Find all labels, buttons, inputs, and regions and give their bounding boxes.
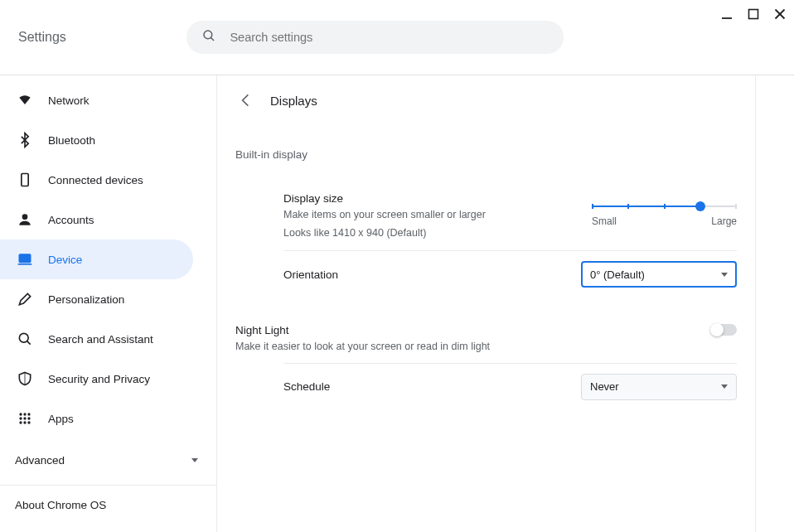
svg-rect-6 [22, 174, 28, 186]
sidebar-item-network[interactable]: Network [0, 80, 193, 120]
sidebar-item-bluetooth[interactable]: Bluetooth [0, 120, 193, 160]
page-title: Displays [270, 94, 317, 108]
search-input[interactable] [230, 31, 549, 44]
search-icon [201, 28, 216, 46]
svg-point-17 [27, 417, 30, 419]
svg-point-12 [19, 413, 22, 415]
sidebar-item-label: Search and Assistant [48, 333, 153, 346]
svg-point-15 [19, 417, 22, 419]
sidebar-item-personalization[interactable]: Personalization [0, 279, 193, 319]
display-size-subtitle: Make items on your screen smaller or lar… [283, 208, 592, 223]
sidebar-item-security[interactable]: Security and Privacy [0, 359, 193, 399]
display-size-resolution: Looks like 1410 x 940 (Default) [283, 226, 592, 241]
header: Settings [0, 0, 794, 75]
laptop-icon [17, 251, 33, 268]
sidebar-advanced[interactable]: Advanced [0, 440, 216, 480]
minimize-button[interactable] [719, 7, 734, 22]
chevron-down-icon [721, 273, 728, 277]
sidebar-item-label: Connected devices [48, 174, 143, 186]
svg-point-20 [27, 421, 30, 423]
pencil-icon [17, 291, 33, 307]
schedule-value: Never [590, 380, 619, 393]
orientation-dropdown[interactable]: 0° (Default) [581, 261, 737, 288]
sidebar-item-apps[interactable]: Apps [0, 399, 193, 438]
sidebar-item-label: Security and Privacy [48, 373, 150, 385]
wifi-icon [17, 92, 33, 109]
sidebar-item-label: Apps [48, 413, 74, 425]
content-area: Displays Built-in display Display size M… [217, 75, 756, 532]
orientation-title: Orientation [283, 268, 581, 281]
sidebar: Network Bluetooth Connected devices Acco… [0, 75, 217, 532]
close-button[interactable] [772, 7, 787, 22]
svg-point-16 [23, 417, 26, 419]
sidebar-item-label: Personalization [48, 293, 124, 306]
schedule-title: Schedule [283, 380, 581, 393]
slider-thumb[interactable] [695, 201, 705, 211]
sidebar-item-search-assistant[interactable]: Search and Assistant [0, 319, 193, 359]
search-box[interactable] [186, 21, 564, 54]
about-label: About Chrome OS [15, 499, 106, 511]
phone-icon [17, 172, 33, 188]
maximize-button[interactable] [746, 7, 761, 22]
svg-line-5 [211, 37, 215, 41]
shield-icon [17, 370, 33, 387]
slider-small-label: Small [592, 215, 617, 227]
svg-rect-8 [19, 254, 30, 262]
night-light-title: Night Light [235, 324, 712, 336]
slider-large-label: Large [711, 215, 737, 227]
built-in-section-label: Built-in display [235, 148, 737, 161]
display-size-slider[interactable]: Small Large [592, 206, 737, 227]
svg-point-18 [19, 421, 22, 423]
night-light-toggle[interactable] [712, 324, 737, 336]
person-icon [17, 211, 33, 228]
night-light-subtitle: Make it easier to look at your screen or… [235, 340, 712, 355]
chevron-down-icon [191, 458, 198, 462]
back-button[interactable] [235, 90, 255, 110]
schedule-dropdown[interactable]: Never [581, 374, 737, 400]
svg-point-14 [27, 413, 30, 415]
sidebar-item-label: Device [48, 254, 82, 266]
svg-rect-1 [749, 10, 758, 19]
display-size-title: Display size [283, 192, 592, 205]
svg-point-19 [23, 421, 26, 423]
bluetooth-icon [17, 132, 33, 148]
sidebar-item-label: Bluetooth [48, 134, 95, 147]
svg-point-13 [23, 413, 26, 415]
svg-line-11 [27, 341, 31, 345]
search-icon [17, 331, 33, 347]
orientation-value: 0° (Default) [590, 268, 645, 281]
sidebar-item-label: Accounts [48, 214, 94, 226]
sidebar-item-connected-devices[interactable]: Connected devices [0, 160, 193, 200]
advanced-label: Advanced [15, 454, 65, 467]
sidebar-item-device[interactable]: Device [0, 239, 193, 279]
sidebar-item-label: Network [48, 94, 90, 107]
window-controls [719, 7, 787, 22]
app-title: Settings [18, 30, 66, 45]
svg-point-4 [204, 31, 212, 39]
sidebar-item-accounts[interactable]: Accounts [0, 200, 193, 239]
chevron-down-icon [721, 384, 728, 389]
apps-icon [17, 410, 33, 427]
svg-point-7 [22, 214, 28, 220]
svg-point-10 [19, 333, 28, 342]
sidebar-about[interactable]: About Chrome OS [0, 486, 216, 511]
